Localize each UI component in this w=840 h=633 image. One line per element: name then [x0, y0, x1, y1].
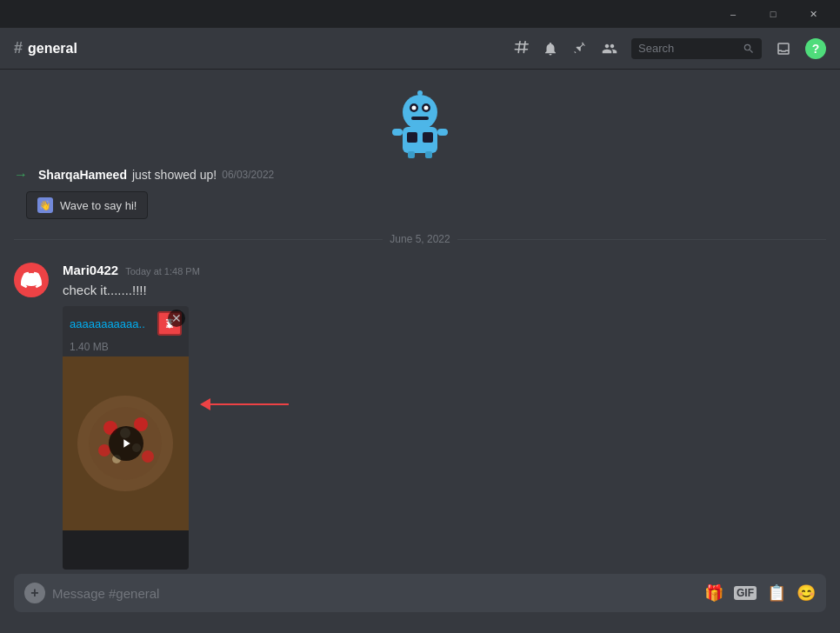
join-message: SharqaHameed just showed up! 06/03/2022 — [38, 168, 274, 182]
message-input-box: + 🎁 GIF 📋 😊 — [14, 574, 826, 612]
input-area: + 🎁 GIF 📋 😊 — [0, 574, 840, 633]
date-line-left — [14, 239, 383, 240]
join-date: 06/03/2022 — [222, 169, 274, 181]
message-content: Mari0422 Today at 1:48 PM check it......… — [63, 263, 826, 570]
search-placeholder: Search — [638, 42, 737, 55]
bell-icon[interactable] — [543, 41, 558, 57]
play-button[interactable] — [109, 426, 143, 461]
svg-rect-11 — [392, 129, 403, 136]
attachment: aaaaaaaaaaa.. 1.40 MB — [63, 306, 189, 570]
date-label: June 5, 2022 — [390, 233, 450, 245]
channel-title: general — [28, 41, 77, 57]
close-button[interactable]: ✕ — [793, 0, 833, 28]
topbar: # general Search ? — [0, 28, 840, 70]
robot-image-container — [0, 83, 840, 163]
red-arrow-annotation — [200, 398, 289, 410]
pin-icon[interactable] — [572, 41, 588, 57]
search-box[interactable]: Search — [631, 38, 762, 59]
join-text: just showed up! — [132, 168, 217, 182]
svg-rect-8 — [423, 132, 433, 143]
svg-rect-7 — [407, 132, 417, 143]
messages-area: → SharqaHameed just showed up! 06/03/202… — [0, 70, 840, 574]
video-thumbnail[interactable] — [63, 356, 189, 530]
date-line-right — [457, 239, 826, 240]
svg-point-21 — [142, 450, 154, 463]
message-input[interactable] — [52, 586, 697, 601]
search-icon — [743, 43, 755, 55]
wave-label: Wave to say hi! — [60, 199, 137, 212]
avatar — [14, 263, 49, 297]
maximize-button[interactable]: □ — [753, 0, 793, 28]
svg-point-4 — [424, 106, 429, 110]
titlebar: – □ ✕ — [0, 0, 840, 28]
topbar-icons: Search ? — [513, 38, 826, 59]
message-text: check it.......!!!! — [63, 281, 826, 299]
arrow-head — [200, 398, 210, 410]
members-icon[interactable] — [602, 41, 617, 57]
hashtag-icon[interactable] — [513, 41, 529, 57]
gift-icon[interactable]: 🎁 — [704, 583, 723, 603]
wave-button[interactable]: 👋 Wave to say hi! — [26, 191, 148, 219]
message-header: Mari0422 Today at 1:48 PM — [63, 263, 826, 277]
wave-icon: 👋 — [37, 197, 53, 213]
emoji-icon[interactable]: 😊 — [797, 583, 816, 603]
attachment-size: 1.40 MB — [63, 341, 189, 356]
gif-icon[interactable]: GIF — [734, 586, 757, 600]
add-attachment-button[interactable]: + — [24, 583, 45, 603]
inbox-icon[interactable] — [776, 41, 791, 57]
svg-rect-5 — [411, 117, 429, 120]
attachment-name: aaaaaaaaaaa.. — [70, 317, 145, 330]
hash-icon: # — [14, 39, 23, 57]
join-arrow-icon: → — [14, 167, 28, 183]
minimize-button[interactable]: – — [713, 0, 753, 28]
help-icon[interactable]: ? — [805, 38, 826, 59]
date-divider: June 5, 2022 — [0, 219, 840, 259]
svg-rect-12 — [437, 129, 448, 136]
join-username[interactable]: SharqaHameed — [38, 168, 127, 182]
robot-icon — [377, 90, 463, 160]
video-bottom-bar — [63, 530, 189, 570]
channel-name-header: # general — [14, 39, 77, 57]
arrow-line — [210, 403, 289, 405]
message-username[interactable]: Mari0422 — [63, 263, 118, 277]
svg-point-14 — [417, 90, 423, 96]
sticker-icon[interactable]: 📋 — [767, 583, 786, 603]
svg-rect-10 — [425, 151, 432, 158]
svg-point-3 — [412, 106, 417, 110]
attachment-close-button[interactable]: ✕ — [168, 310, 185, 327]
svg-rect-9 — [408, 151, 415, 158]
message-time: Today at 1:48 PM — [125, 266, 200, 277]
input-icons: 🎁 GIF 📋 😊 — [704, 583, 816, 603]
main-content: → SharqaHameed just showed up! 06/03/202… — [0, 70, 840, 633]
join-message-container: → SharqaHameed just showed up! 06/03/202… — [0, 163, 840, 186]
message-group: Mari0422 Today at 1:48 PM check it......… — [0, 259, 840, 573]
